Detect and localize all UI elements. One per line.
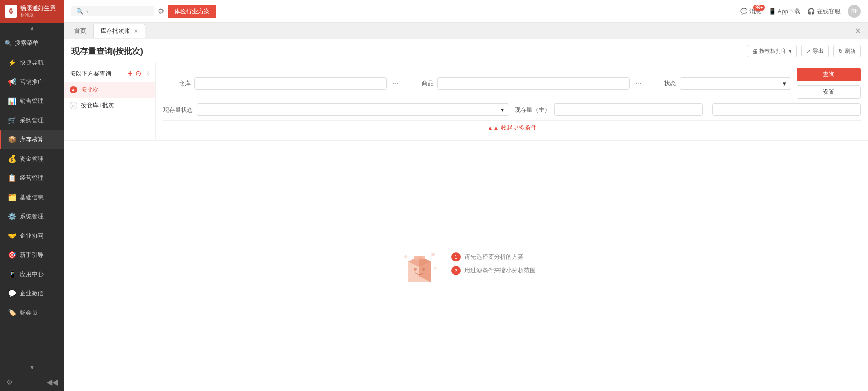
collapse-up-icon: ▲▲ — [487, 125, 499, 131]
query-button[interactable]: 查询 — [797, 68, 861, 81]
stock-qty-from-input[interactable] — [554, 103, 703, 116]
sidebar-item-enterprise[interactable]: 🤝 企业协同 — [0, 226, 64, 245]
select-down-icon2: ▾ — [501, 106, 504, 113]
step-num-2: 2 — [451, 266, 461, 275]
filter-stock-status-group: 现存量状态 ▾ — [163, 103, 509, 116]
system-icon: ⚙️ — [8, 212, 16, 221]
sidebar-item-member[interactable]: 🏷️ 畅会员 — [0, 303, 64, 322]
svg-point-8 — [434, 267, 437, 269]
topbar-gear-icon[interactable]: ⚙ — [158, 7, 164, 16]
tab-batch[interactable]: 库存批次账 ✕ — [93, 24, 145, 38]
sidebar-item-finance[interactable]: 💰 资金管理 — [0, 149, 64, 168]
filter-area: 按以下方案查询 + ⊙ 《 ● 按批次 ○ 按仓库+批次 — [64, 62, 868, 141]
sidebar-header: 6 畅康通好生意 标准版 — [0, 0, 64, 23]
sidebar-item-system[interactable]: ⚙️ 系统管理 — [0, 207, 64, 226]
sidebar-item-inventory[interactable]: 📦 库存核算 — [0, 130, 64, 149]
scheme-header-actions: + ⊙ 《 — [127, 69, 150, 78]
scheme-dot-active: ● — [70, 86, 77, 93]
filter-stock-qty-group: 现存量（主） — — [515, 103, 861, 116]
app-logo: 6 — [5, 5, 17, 18]
sidebar-item-purchase[interactable]: 🛒 采购管理 — [0, 111, 64, 130]
sidebar-scroll-down[interactable]: ▼ — [0, 362, 64, 373]
page-header: 现存量查询(按批次) 🖨 按模板打印 ▾ ↗ 导出 ↻ 刷新 — [64, 39, 868, 62]
online-service-button[interactable]: 🎧 在线客服 — [808, 7, 841, 16]
scheme-item-warehouse-batch[interactable]: ○ 按仓库+批次 — [64, 98, 155, 113]
settings-scheme-icon[interactable]: ⊙ — [135, 69, 141, 78]
filter-row-2: 现存量状态 ▾ 现存量（主） — — [163, 103, 861, 116]
refresh-button[interactable]: ↻ 刷新 — [833, 45, 861, 57]
newguide-icon: 🎯 — [8, 251, 16, 259]
scheme-header: 按以下方案查询 + ⊙ 《 — [64, 67, 155, 82]
goods-more-icon[interactable]: ··· — [633, 79, 643, 87]
marketing-icon: 📢 — [8, 78, 16, 86]
topbar-left: 🔍 ▾ ⚙ 体验行业方案 — [71, 5, 736, 18]
sidebar-item-wechat[interactable]: 💬 企业微信 — [0, 284, 64, 303]
page-actions: 🖨 按模板打印 ▾ ↗ 导出 ↻ 刷新 — [747, 45, 861, 57]
search-menu-button[interactable]: 🔍 搜索菜单 — [5, 37, 60, 49]
empty-state: 1 请先选择要分析的方案 2 用过滤条件来缩小分析范围 — [64, 141, 868, 391]
filter-warehouse-group: 仓库 ··· — [163, 77, 401, 90]
empty-step-1: 1 请先选择要分析的方案 — [451, 252, 536, 261]
wechat-icon: 💬 — [8, 289, 16, 298]
sidebar-item-operation[interactable]: 📋 经营管理 — [0, 168, 64, 188]
add-scheme-icon[interactable]: + — [127, 69, 132, 78]
stock-status-select[interactable]: ▾ — [197, 103, 509, 116]
svg-point-5 — [422, 268, 425, 271]
sidebar-item-newguide[interactable]: 🎯 新手引导 — [0, 245, 64, 265]
warehouse-label: 仓库 — [163, 79, 191, 87]
stock-status-label: 现存量状态 — [163, 106, 193, 114]
message-button[interactable]: 💬 消息 99+ — [740, 7, 761, 16]
appcenter-icon: 📱 — [8, 270, 16, 278]
phone-icon: 📱 — [769, 8, 776, 15]
collapse-scheme-icon[interactable]: 《 — [144, 70, 150, 78]
close-panel-btn[interactable]: ✕ — [851, 27, 864, 35]
empty-text: 1 请先选择要分析的方案 2 用过滤条件来缩小分析范围 — [451, 252, 536, 280]
search-icon: 🔍 — [76, 8, 83, 15]
status-label: 状态 — [648, 79, 676, 87]
basic-icon: 🗂️ — [8, 193, 16, 201]
warehouse-input[interactable] — [194, 77, 387, 90]
status-select[interactable]: ▾ — [680, 77, 791, 90]
export-icon: ↗ — [806, 48, 811, 54]
stock-qty-range: — — [554, 103, 861, 116]
sidebar-footer: ⚙ ◀◀ — [0, 373, 64, 391]
sidebar-item-quick[interactable]: ⚡ 快捷导航 — [0, 53, 64, 72]
scheme-dot-inactive: ○ — [70, 102, 77, 109]
page-title: 现存量查询(按批次) — [71, 46, 143, 57]
print-template-button[interactable]: 🖨 按模板打印 ▾ — [747, 45, 797, 57]
sidebar-item-basic[interactable]: 🗂️ 基础信息 — [0, 188, 64, 207]
user-avatar[interactable]: Rit — [848, 5, 861, 18]
finance-icon: 💰 — [8, 155, 16, 163]
tab-close-icon[interactable]: ✕ — [134, 28, 138, 34]
filter-row-1: 仓库 ··· 商品 ··· 状态 — [163, 68, 861, 99]
export-button[interactable]: ↗ 导出 — [801, 45, 829, 57]
sidebar-scroll-up[interactable]: ▲ — [0, 23, 64, 33]
search-icon: 🔍 — [5, 40, 12, 47]
svg-point-6 — [404, 255, 407, 258]
goods-input[interactable] — [437, 77, 630, 90]
trial-button[interactable]: 体验行业方案 — [168, 5, 216, 18]
service-icon: 🎧 — [808, 8, 815, 15]
warehouse-more-icon[interactable]: ··· — [390, 79, 400, 87]
collapse-sidebar-icon[interactable]: ◀◀ — [47, 378, 58, 386]
refresh-icon: ↻ — [838, 48, 843, 54]
main-area: 🔍 ▾ ⚙ 体验行业方案 💬 消息 99+ 📱 App下载 🎧 在线客服 — [64, 0, 868, 391]
empty-step-2: 2 用过滤条件来缩小分析范围 — [451, 266, 536, 275]
svg-rect-3 — [414, 256, 425, 259]
tabs-bar: 首页 库存批次账 ✕ ✕ — [64, 23, 868, 39]
stock-qty-to-input[interactable] — [712, 103, 861, 116]
quick-icon: ⚡ — [8, 59, 16, 67]
topbar-dropdown[interactable]: ▾ — [86, 8, 89, 15]
settings-icon[interactable]: ⚙ — [6, 378, 13, 386]
print-icon: 🖨 — [752, 48, 758, 54]
scheme-item-batch[interactable]: ● 按批次 — [64, 82, 155, 98]
print-dropdown-icon: ▾ — [789, 48, 791, 54]
tab-home[interactable]: 首页 — [68, 24, 93, 38]
sidebar-item-marketing[interactable]: 📢 营销推广 — [0, 72, 64, 92]
app-download-button[interactable]: 📱 App下载 — [769, 7, 800, 16]
sidebar-item-appcenter[interactable]: 📱 应用中心 — [0, 265, 64, 284]
message-icon: 💬 — [740, 8, 747, 15]
collapse-more-button[interactable]: ▲▲ 收起更多条件 — [163, 120, 861, 135]
sidebar-item-sales[interactable]: 📊 销售管理 — [0, 92, 64, 111]
settings-button[interactable]: 设置 — [797, 85, 861, 99]
